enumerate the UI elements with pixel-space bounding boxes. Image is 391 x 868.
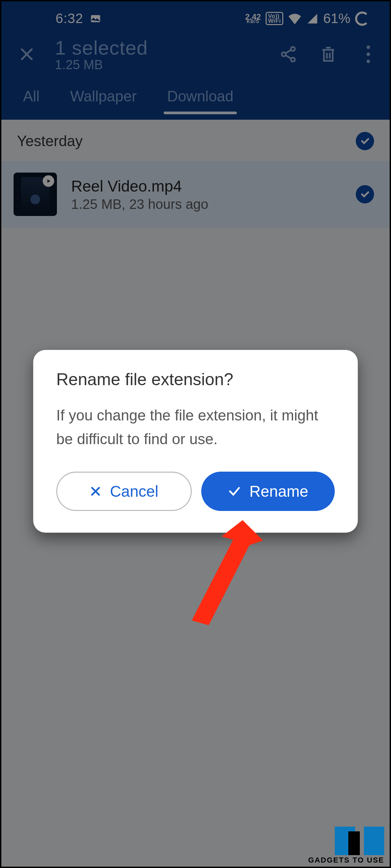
rename-label: Rename (249, 482, 308, 500)
cancel-button[interactable]: Cancel (56, 472, 192, 511)
watermark: GADGETS TO USE (308, 827, 384, 865)
check-icon (228, 485, 241, 498)
close-icon (89, 485, 102, 497)
cancel-label: Cancel (110, 482, 158, 500)
dialog-body: If you change the file extension, it mig… (56, 403, 335, 451)
watermark-logo-icon (308, 827, 384, 855)
rename-extension-dialog: Rename file extension? If you change the… (33, 350, 358, 533)
dialog-title: Rename file extension? (56, 370, 335, 389)
phone-screen: 6:32 2.42KB/S Vo))WiFi 61% (1, 1, 390, 867)
rename-button[interactable]: Rename (201, 472, 335, 511)
watermark-text: GADGETS TO USE (308, 856, 384, 865)
